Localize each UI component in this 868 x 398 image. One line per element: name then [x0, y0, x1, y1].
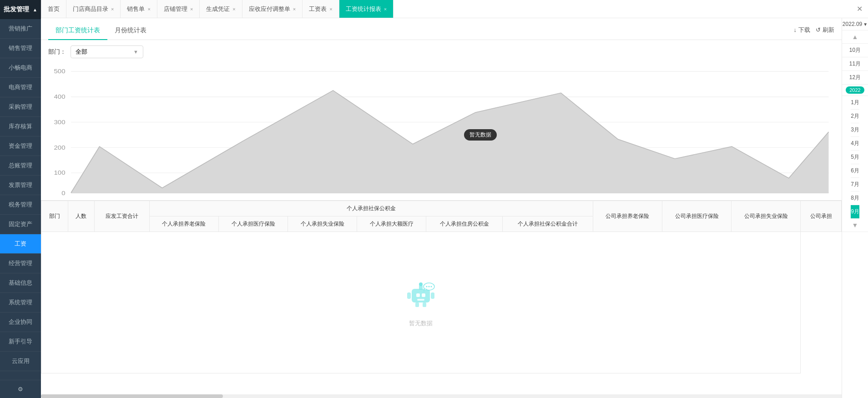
- sidebar-item-云应用[interactable]: 云应用: [0, 352, 41, 371]
- tab-department-stats[interactable]: 部门工资统计表: [48, 24, 107, 40]
- svg-point-18: [419, 282, 423, 286]
- tab-close-icon[interactable]: ×: [329, 6, 332, 12]
- sidebar-item-税务管理[interactable]: 税务管理: [0, 195, 41, 215]
- date-month-3月[interactable]: 3月: [851, 123, 859, 137]
- date-month-11[interactable]: 11月: [842, 57, 868, 71]
- date-month-8月[interactable]: 8月: [851, 191, 859, 205]
- date-month-4月[interactable]: 4月: [851, 137, 859, 151]
- scrollbar-thumb[interactable]: [41, 394, 223, 398]
- filter-bar: 部门： 全部 ▼: [41, 40, 842, 64]
- download-label: 下载: [798, 26, 810, 34]
- refresh-button[interactable]: ↺ 刷新: [816, 26, 834, 34]
- sidebar-arrow: ▲: [33, 7, 37, 12]
- area-chart: 500 400 300 200 100 0: [48, 64, 834, 200]
- sidebar-item-总账管理[interactable]: 总账管理: [0, 156, 41, 176]
- horizontal-scrollbar[interactable]: [41, 394, 842, 398]
- tab-门店商品目录[interactable]: 门店商品目录×: [66, 0, 121, 18]
- empty-state-text: 暂无数据: [409, 319, 433, 327]
- sidebar-item-销售管理[interactable]: 销售管理: [0, 39, 41, 58]
- sidebar-item-采购管理[interactable]: 采购管理: [0, 97, 41, 117]
- svg-point-27: [431, 286, 432, 287]
- sidebar-item-固定资产[interactable]: 固定资产: [0, 215, 41, 234]
- date-month-9月[interactable]: 9月: [851, 205, 859, 219]
- tab-close-icon[interactable]: ×: [147, 6, 150, 12]
- svg-rect-15: [422, 293, 425, 297]
- tab-生成凭证[interactable]: 生成凭证×: [200, 0, 242, 18]
- tab-monthly-stats[interactable]: 月份统计表: [107, 24, 154, 40]
- tab-label: 工资表: [309, 5, 327, 13]
- empty-state: 暂无数据: [50, 259, 791, 346]
- date-panel: 2022.09 ▼ ▲ 10月 11月 12月 2022 1月2月3月4月5月6…: [842, 18, 868, 398]
- tab-label: 应收应付调整单: [249, 5, 290, 13]
- table-area[interactable]: 部门 人数 应发工资合计 个人承担社保公积金 公司承担养老保险 公司承担医疗保险…: [41, 200, 842, 394]
- sidebar-header[interactable]: 批发管理 ▲: [0, 0, 41, 19]
- svg-marker-12: [71, 91, 828, 193]
- sidebar-item-基础信息[interactable]: 基础信息: [0, 273, 41, 293]
- col-personal-unemployment: 个人承担失业保险: [288, 217, 357, 232]
- tab-首页[interactable]: 首页: [41, 0, 66, 18]
- date-month-7月[interactable]: 7月: [851, 178, 859, 191]
- col-personal-pension: 个人承担养老保险: [149, 217, 218, 232]
- sidebar-item-电商管理[interactable]: 电商管理: [0, 78, 41, 97]
- stats-table: 部门 人数 应发工资合计 个人承担社保公积金 公司承担养老保险 公司承担医疗保险…: [41, 201, 842, 373]
- sidebar-item-新手引导[interactable]: 新手引导: [0, 332, 41, 352]
- svg-rect-14: [416, 293, 420, 297]
- date-nav-down[interactable]: ▼: [842, 219, 868, 232]
- col-company-medical: 公司承担医疗保险: [662, 201, 731, 232]
- department-select[interactable]: 全部 ▼: [71, 45, 143, 58]
- tab-label: 销售单: [127, 5, 145, 13]
- toolbar-right: ↓ 下载 ↺ 刷新: [794, 26, 835, 38]
- svg-text:200: 200: [54, 144, 66, 151]
- sub-tabs-bar: 部门工资统计表 月份统计表 ↓ 下载 ↺ 刷新: [41, 18, 842, 40]
- svg-point-25: [426, 286, 428, 287]
- svg-point-26: [429, 286, 430, 287]
- refresh-icon: ↺: [816, 26, 821, 33]
- sidebar-item-发票管理[interactable]: 发票管理: [0, 176, 41, 195]
- date-nav-up[interactable]: ▲: [842, 30, 868, 44]
- tab-close-icon[interactable]: ×: [190, 6, 193, 12]
- tab-店铺管理[interactable]: 店铺管理×: [157, 0, 200, 18]
- date-year-badge: 2022: [846, 86, 864, 94]
- sidebar-item-库存核算[interactable]: 库存核算: [0, 117, 41, 136]
- svg-text:100: 100: [54, 169, 66, 176]
- date-month-1月[interactable]: 1月: [851, 96, 859, 110]
- tab-close-icon[interactable]: ×: [232, 6, 235, 12]
- date-month-10[interactable]: 10月: [842, 44, 868, 57]
- tab-bar: 首页门店商品目录×销售单×店铺管理×生成凭证×应收应付调整单×工资表×工资统计报…: [41, 0, 868, 18]
- col-personal-insurance-group: 个人承担社保公积金: [149, 201, 593, 217]
- tab-close-icon[interactable]: ×: [384, 6, 387, 12]
- date-month-6月[interactable]: 6月: [851, 164, 859, 178]
- tab-label: 工资统计报表: [346, 5, 381, 13]
- sidebar-item-资金管理[interactable]: 资金管理: [0, 136, 41, 156]
- tab-工资表[interactable]: 工资表×: [303, 0, 339, 18]
- tab-close-icon[interactable]: ×: [293, 6, 296, 12]
- sidebar-item-企业协同[interactable]: 企业协同: [0, 312, 41, 332]
- sidebar-item-小畅电商[interactable]: 小畅电商: [0, 58, 41, 78]
- date-month-2月[interactable]: 2月: [851, 110, 859, 123]
- sidebar-item-工资[interactable]: 工资: [0, 234, 41, 254]
- tab-工资统计报表[interactable]: 工资统计报表×: [339, 0, 394, 18]
- content-area: 部门工资统计表 月份统计表 ↓ 下载 ↺ 刷新: [41, 18, 868, 398]
- tab-销售单[interactable]: 销售单×: [121, 0, 157, 18]
- date-month-12[interactable]: 12月: [842, 71, 868, 85]
- col-total-salary: 应发工资合计: [95, 201, 150, 232]
- settings-icon: ⚙: [18, 386, 23, 393]
- col-company-unemployment: 公司承担失业保险: [732, 201, 801, 232]
- sidebar-item-经营管理[interactable]: 经营管理: [0, 254, 41, 273]
- tab-close-icon[interactable]: ×: [111, 6, 114, 12]
- svg-text:500: 500: [54, 68, 66, 75]
- tab-bar-close-button[interactable]: ✕: [851, 0, 868, 18]
- sidebar-item-系统管理[interactable]: 系统管理: [0, 293, 41, 312]
- tab-label: 店铺管理: [164, 5, 187, 13]
- date-header[interactable]: 2022.09 ▼: [842, 18, 868, 30]
- sidebar-footer-settings[interactable]: ⚙: [0, 380, 41, 398]
- sidebar-title: 批发管理: [4, 5, 29, 14]
- date-year-badge-row[interactable]: 2022: [842, 85, 868, 96]
- sidebar-item-营销推广[interactable]: 营销推广: [0, 19, 41, 39]
- date-month-5月[interactable]: 5月: [851, 151, 859, 164]
- tab-应收应付调整单[interactable]: 应收应付调整单×: [242, 0, 303, 18]
- sidebar: 批发管理 ▲ 营销推广销售管理小畅电商电商管理采购管理库存核算资金管理总账管理发…: [0, 0, 41, 398]
- tab-label: 首页: [48, 5, 60, 13]
- download-button[interactable]: ↓ 下载: [794, 26, 811, 34]
- col-personal-major-medical: 个人承担大额医疗: [357, 217, 426, 232]
